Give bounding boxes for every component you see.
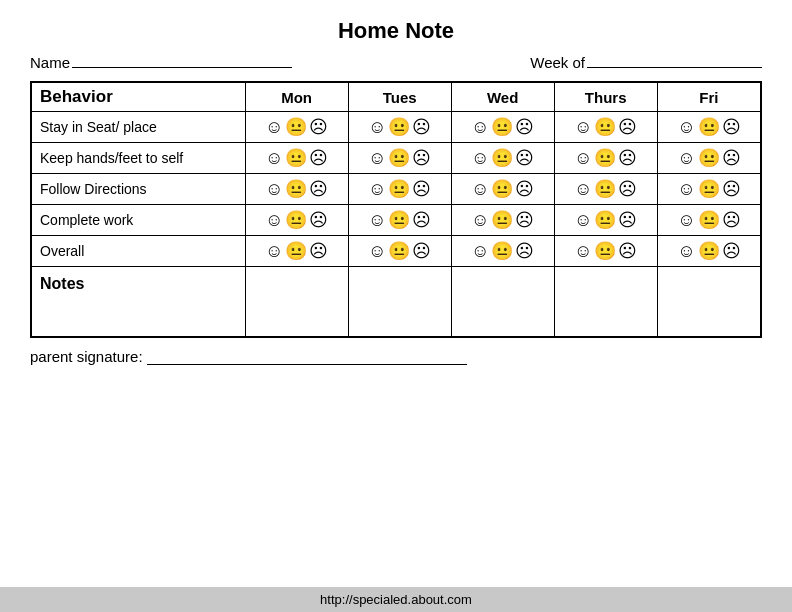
- cell-mon-2: ☺😐☹: [245, 174, 348, 205]
- happy-icon: ☺: [471, 117, 489, 138]
- cell-tues-4: ☺😐☹: [348, 236, 451, 267]
- happy-icon: ☺: [471, 179, 489, 200]
- emoji-group: ☺😐☹: [355, 240, 445, 262]
- emoji-group: ☺😐☹: [561, 178, 651, 200]
- cell-wed-0: ☺😐☹: [451, 112, 554, 143]
- neutral-icon: 😐: [285, 240, 307, 262]
- neutral-icon: 😐: [698, 147, 720, 169]
- cell-fri-3: ☺😐☹: [657, 205, 761, 236]
- happy-icon: ☺: [368, 117, 386, 138]
- footer-url-bar: http://specialed.about.com: [0, 587, 792, 612]
- happy-icon: ☺: [265, 241, 283, 262]
- name-label: Name: [30, 54, 70, 71]
- happy-icon: ☺: [368, 210, 386, 231]
- emoji-group: ☺😐☹: [252, 209, 342, 231]
- happy-icon: ☺: [574, 148, 592, 169]
- notes-label: Notes: [31, 267, 245, 337]
- neutral-icon: 😐: [594, 240, 616, 262]
- happy-icon: ☺: [368, 241, 386, 262]
- header-row: Name Week of: [30, 52, 762, 71]
- emoji-group: ☺😐☹: [664, 147, 754, 169]
- emoji-group: ☺😐☹: [458, 178, 548, 200]
- sad-icon: ☹: [309, 240, 328, 262]
- neutral-icon: 😐: [285, 147, 307, 169]
- sad-icon: ☹: [515, 240, 534, 262]
- sad-icon: ☹: [309, 178, 328, 200]
- table-row: Complete work ☺😐☹ ☺😐☹ ☺😐☹ ☺😐☹ ☺😐☹: [31, 205, 761, 236]
- emoji-group: ☺😐☹: [355, 116, 445, 138]
- emoji-group: ☺😐☹: [664, 178, 754, 200]
- emoji-group: ☺😐☹: [458, 116, 548, 138]
- notes-row: Notes: [31, 267, 761, 337]
- sad-icon: ☹: [309, 209, 328, 231]
- cell-tues-1: ☺😐☹: [348, 143, 451, 174]
- happy-icon: ☺: [677, 210, 695, 231]
- table-row: Follow Directions ☺😐☹ ☺😐☹ ☺😐☹ ☺😐☹ ☺😐☹: [31, 174, 761, 205]
- cell-thurs-0: ☺😐☹: [554, 112, 657, 143]
- happy-icon: ☺: [574, 210, 592, 231]
- sad-icon: ☹: [309, 116, 328, 138]
- cell-thurs-1: ☺😐☹: [554, 143, 657, 174]
- happy-icon: ☺: [677, 241, 695, 262]
- neutral-icon: 😐: [491, 240, 513, 262]
- sad-icon: ☹: [412, 209, 431, 231]
- cell-wed-2: ☺😐☹: [451, 174, 554, 205]
- emoji-group: ☺😐☹: [561, 147, 651, 169]
- neutral-icon: 😐: [594, 209, 616, 231]
- col-behavior: Behavior: [31, 82, 245, 112]
- sad-icon: ☹: [618, 209, 637, 231]
- sad-icon: ☹: [722, 147, 741, 169]
- sad-icon: ☹: [722, 116, 741, 138]
- table-row: Keep hands/feet to self ☺😐☹ ☺😐☹ ☺😐☹ ☺😐☹ …: [31, 143, 761, 174]
- happy-icon: ☺: [265, 148, 283, 169]
- notes-wed: [451, 267, 554, 337]
- happy-icon: ☺: [368, 148, 386, 169]
- sad-icon: ☹: [722, 240, 741, 262]
- neutral-icon: 😐: [698, 178, 720, 200]
- neutral-icon: 😐: [491, 116, 513, 138]
- col-thurs: Thurs: [554, 82, 657, 112]
- cell-fri-0: ☺😐☹: [657, 112, 761, 143]
- neutral-icon: 😐: [698, 116, 720, 138]
- neutral-icon: 😐: [491, 209, 513, 231]
- happy-icon: ☺: [471, 210, 489, 231]
- neutral-icon: 😐: [285, 178, 307, 200]
- week-field: Week of: [530, 52, 762, 71]
- notes-mon: [245, 267, 348, 337]
- happy-icon: ☺: [574, 117, 592, 138]
- cell-wed-4: ☺😐☹: [451, 236, 554, 267]
- sad-icon: ☹: [515, 178, 534, 200]
- table-row: Stay in Seat/ place ☺😐☹ ☺😐☹ ☺😐☹ ☺😐☹ ☺😐☹: [31, 112, 761, 143]
- cell-fri-4: ☺😐☹: [657, 236, 761, 267]
- col-mon: Mon: [245, 82, 348, 112]
- neutral-icon: 😐: [594, 147, 616, 169]
- sad-icon: ☹: [515, 147, 534, 169]
- sad-icon: ☹: [412, 116, 431, 138]
- neutral-icon: 😐: [594, 178, 616, 200]
- emoji-group: ☺😐☹: [458, 209, 548, 231]
- neutral-icon: 😐: [491, 147, 513, 169]
- cell-mon-3: ☺😐☹: [245, 205, 348, 236]
- emoji-group: ☺😐☹: [561, 209, 651, 231]
- emoji-group: ☺😐☹: [252, 147, 342, 169]
- sad-icon: ☹: [618, 147, 637, 169]
- happy-icon: ☺: [677, 117, 695, 138]
- behavior-table: Behavior Mon Tues Wed Thurs Fri Stay in …: [30, 81, 762, 338]
- happy-icon: ☺: [368, 179, 386, 200]
- emoji-group: ☺😐☹: [561, 240, 651, 262]
- sad-icon: ☹: [412, 178, 431, 200]
- cell-mon-4: ☺😐☹: [245, 236, 348, 267]
- happy-icon: ☺: [471, 241, 489, 262]
- neutral-icon: 😐: [388, 240, 410, 262]
- cell-fri-2: ☺😐☹: [657, 174, 761, 205]
- sad-icon: ☹: [618, 116, 637, 138]
- name-field: Name: [30, 52, 292, 71]
- cell-thurs-4: ☺😐☹: [554, 236, 657, 267]
- footer-url: http://specialed.about.com: [320, 592, 472, 607]
- happy-icon: ☺: [471, 148, 489, 169]
- parent-sig-label: parent signature:: [30, 348, 143, 365]
- table-header-row: Behavior Mon Tues Wed Thurs Fri: [31, 82, 761, 112]
- sad-icon: ☹: [722, 209, 741, 231]
- happy-icon: ☺: [677, 179, 695, 200]
- emoji-group: ☺😐☹: [252, 116, 342, 138]
